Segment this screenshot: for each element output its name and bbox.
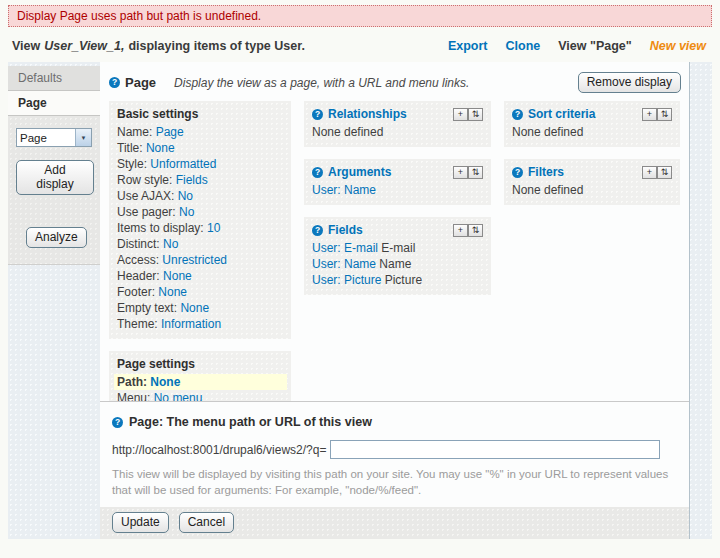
- display-title: Page: [125, 75, 156, 90]
- overview-column-3: ? Sort criteria + ⇅ None defined ? Filte…: [504, 101, 680, 217]
- setting-value-link[interactable]: No: [163, 237, 178, 251]
- filters-empty-text: None defined: [512, 182, 672, 198]
- clone-link[interactable]: Clone: [506, 39, 541, 53]
- setting-value-link[interactable]: None: [180, 301, 209, 315]
- fields-box: ? Fields + ⇅ User: E-mail E-mail User: N…: [304, 217, 491, 295]
- setting-value-link[interactable]: No: [178, 189, 193, 203]
- rearrange-icon[interactable]: ⇅: [468, 224, 483, 237]
- setting-row-menu: Menu: No menu: [117, 390, 283, 401]
- field-link[interactable]: User: E-mail: [312, 241, 378, 255]
- path-value-link[interactable]: None: [150, 375, 180, 389]
- setting-row-style: Style: Unformatted: [117, 156, 283, 172]
- fields-header: ? Fields + ⇅: [312, 222, 483, 238]
- rearrange-icon[interactable]: ⇅: [657, 166, 672, 179]
- remove-display-button[interactable]: Remove display: [578, 72, 681, 93]
- add-icon[interactable]: +: [453, 224, 468, 237]
- arguments-actions: + ⇅: [453, 166, 483, 179]
- tab-defaults-label: Defaults: [18, 71, 62, 85]
- path-input[interactable]: [330, 440, 660, 459]
- tab-defaults[interactable]: Defaults: [8, 66, 100, 91]
- display-type-select[interactable]: Page ▼: [16, 128, 92, 147]
- sort-criteria-title-link[interactable]: Sort criteria: [528, 106, 595, 122]
- display-tabs-box: Defaults Page Page ▼ Add display Analyze: [8, 66, 100, 265]
- fields-title-link[interactable]: Fields: [328, 222, 363, 238]
- add-icon[interactable]: +: [453, 108, 468, 121]
- setting-value-link[interactable]: None: [146, 141, 175, 155]
- setting-label: Style:: [117, 157, 147, 171]
- view-title-prefix: View: [12, 39, 40, 53]
- filters-title-link[interactable]: Filters: [528, 164, 564, 180]
- setting-row-footer: Footer: None: [117, 284, 283, 300]
- path-settings-pane: ? Page: The menu path or URL of this vie…: [100, 401, 689, 539]
- setting-row-header: Header: None: [117, 268, 283, 284]
- field-item: User: E-mail E-mail: [312, 240, 483, 256]
- setting-value-link[interactable]: 10: [207, 221, 220, 235]
- path-pane-title: ? Page: The menu path or URL of this vie…: [112, 415, 677, 429]
- display-description: Display the view as a page, with a URL a…: [174, 76, 469, 90]
- setting-label: Use pager:: [117, 205, 176, 219]
- view-title-suffix: displaying items of type User.: [128, 39, 304, 53]
- display-tab-controls: Page ▼ Add display Analyze: [8, 116, 100, 248]
- setting-row-empty-text: Empty text: None: [117, 300, 283, 316]
- add-display-button[interactable]: Add display: [16, 160, 94, 195]
- argument-link[interactable]: User: Name: [312, 183, 376, 197]
- rearrange-icon[interactable]: ⇅: [657, 108, 672, 121]
- view-name: User_View_1,: [44, 39, 124, 53]
- setting-value-link[interactable]: No: [179, 205, 194, 219]
- overview-column-1: Basic settings Name: Page Title: None St…: [109, 101, 291, 401]
- add-icon[interactable]: +: [642, 108, 657, 121]
- tab-page-label: Page: [18, 96, 47, 110]
- setting-label: Use AJAX:: [117, 189, 174, 203]
- setting-label: Empty text:: [117, 301, 177, 315]
- setting-value-link[interactable]: None: [163, 269, 192, 283]
- view-header-links: Export Clone View "Page" New view: [448, 39, 706, 53]
- analyze-button[interactable]: Analyze: [26, 227, 87, 248]
- help-icon[interactable]: ?: [312, 225, 323, 236]
- relationships-actions: + ⇅: [453, 108, 483, 121]
- setting-value-link[interactable]: None: [158, 285, 187, 299]
- setting-value-link[interactable]: Unrestricted: [162, 253, 227, 267]
- setting-label: Name:: [117, 125, 152, 139]
- rearrange-icon[interactable]: ⇅: [468, 166, 483, 179]
- setting-value-link[interactable]: Information: [161, 317, 221, 331]
- setting-label: Items to display:: [117, 221, 204, 235]
- arguments-title-link[interactable]: Arguments: [328, 164, 391, 180]
- display-panel-header: ? Page Display the view as a page, with …: [100, 62, 689, 99]
- filters-header: ? Filters + ⇅: [512, 164, 672, 180]
- relationships-title-link[interactable]: Relationships: [328, 106, 407, 122]
- setting-label: Footer:: [117, 285, 155, 299]
- view-page-link[interactable]: View "Page": [558, 39, 631, 53]
- setting-label: Menu:: [117, 391, 150, 401]
- views-ui-container: Defaults Page Page ▼ Add display Analyze…: [8, 62, 712, 539]
- argument-item: User: Name: [312, 182, 483, 198]
- help-icon[interactable]: ?: [112, 417, 123, 428]
- new-view-link[interactable]: New view: [650, 39, 706, 53]
- filters-box: ? Filters + ⇅ None defined: [504, 159, 680, 205]
- help-icon[interactable]: ?: [512, 109, 523, 120]
- add-icon[interactable]: +: [453, 166, 468, 179]
- export-link[interactable]: Export: [448, 39, 488, 53]
- setting-value-link[interactable]: Unformatted: [150, 157, 216, 171]
- cancel-button[interactable]: Cancel: [179, 512, 234, 533]
- setting-row-name: Name: Page: [117, 124, 283, 140]
- setting-row-access: Access: Unrestricted: [117, 252, 283, 268]
- setting-label: Row style:: [117, 173, 172, 187]
- tab-page[interactable]: Page: [8, 91, 100, 116]
- setting-value-link[interactable]: Fields: [176, 173, 208, 187]
- help-icon[interactable]: ?: [109, 77, 120, 88]
- setting-value-link[interactable]: Page: [156, 125, 184, 139]
- add-icon[interactable]: +: [642, 166, 657, 179]
- relationships-header: ? Relationships + ⇅: [312, 106, 483, 122]
- field-link[interactable]: User: Name: [312, 257, 376, 271]
- help-icon[interactable]: ?: [512, 167, 523, 178]
- help-icon[interactable]: ?: [312, 109, 323, 120]
- select-arrow-icon: ▼: [75, 129, 91, 146]
- help-icon[interactable]: ?: [312, 167, 323, 178]
- field-label: Picture: [385, 273, 422, 287]
- arguments-header: ? Arguments + ⇅: [312, 164, 483, 180]
- field-link[interactable]: User: Picture: [312, 273, 381, 287]
- rearrange-icon[interactable]: ⇅: [468, 108, 483, 121]
- update-button[interactable]: Update: [112, 512, 169, 533]
- path-help-text: This view will be displayed by visiting …: [112, 466, 677, 498]
- menu-value-link[interactable]: No menu: [154, 391, 203, 401]
